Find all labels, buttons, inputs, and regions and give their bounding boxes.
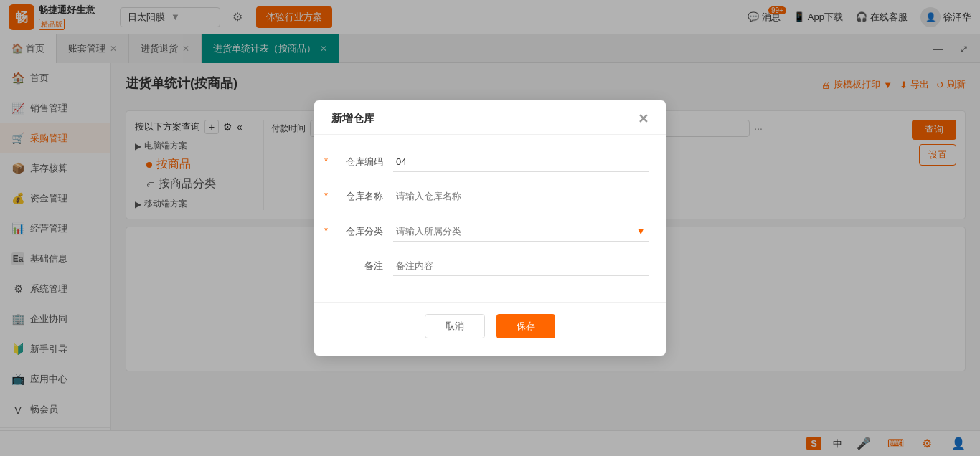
modal-row-category: 仓库分类 ▼ xyxy=(331,221,649,242)
save-button[interactable]: 保存 xyxy=(496,314,555,338)
cancel-button[interactable]: 取消 xyxy=(425,314,485,338)
note-input[interactable] xyxy=(393,256,649,276)
modal-row-note: 备注 xyxy=(331,256,649,276)
category-label: 仓库分类 xyxy=(331,225,383,238)
modal-close-button[interactable]: ✕ xyxy=(638,113,649,125)
modal-footer: 取消 保存 xyxy=(314,302,666,356)
modal-row-code: 仓库编码 xyxy=(331,152,649,172)
category-select-input[interactable] xyxy=(396,226,636,237)
note-label: 备注 xyxy=(331,260,383,272)
modal-row-name: 仓库名称 xyxy=(331,186,649,206)
category-select-wrapper[interactable]: ▼ xyxy=(393,221,649,242)
modal-body: 仓库编码 仓库名称 仓库分类 ▼ 备注 xyxy=(314,135,666,302)
new-warehouse-modal: 新增仓库 ✕ 仓库编码 仓库名称 仓库分类 ▼ xyxy=(314,100,666,356)
name-label: 仓库名称 xyxy=(331,190,383,203)
warehouse-name-input[interactable] xyxy=(393,186,649,206)
modal-overlay: 新增仓库 ✕ 仓库编码 仓库名称 仓库分类 ▼ xyxy=(0,0,980,456)
warehouse-code-input[interactable] xyxy=(393,152,649,172)
category-dropdown-arrow: ▼ xyxy=(636,225,646,237)
modal-header: 新增仓库 ✕ xyxy=(314,100,666,135)
modal-title: 新增仓库 xyxy=(331,112,374,125)
code-label: 仓库编码 xyxy=(331,156,383,168)
